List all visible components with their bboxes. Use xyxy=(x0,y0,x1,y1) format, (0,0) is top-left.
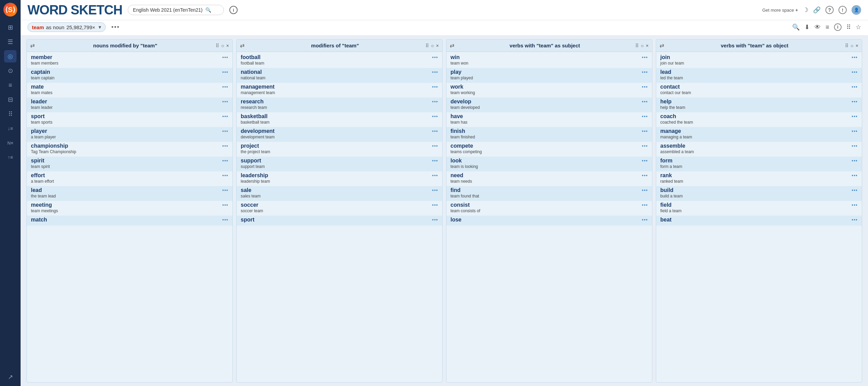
item-menu[interactable]: ••• xyxy=(432,158,438,163)
item-word[interactable]: finish xyxy=(450,128,465,134)
item-menu[interactable]: ••• xyxy=(432,188,438,193)
item-menu[interactable]: ••• xyxy=(852,173,858,178)
swap-icon-3[interactable]: ⇄ xyxy=(450,42,454,49)
item-menu[interactable]: ••• xyxy=(852,99,858,104)
item-word[interactable]: soccer xyxy=(241,202,259,208)
download-icon[interactable]: ⬇ xyxy=(804,23,810,31)
item-word[interactable]: lead xyxy=(660,69,671,75)
panel-close-icon-3[interactable]: × xyxy=(646,43,649,48)
item-word[interactable]: player xyxy=(31,128,47,134)
item-word[interactable]: build xyxy=(660,187,673,193)
word-badge-dropdown[interactable]: ▾ xyxy=(99,24,101,30)
item-menu[interactable]: ••• xyxy=(852,55,858,60)
sidebar-item-wordlist[interactable]: N≡ xyxy=(4,137,16,149)
item-menu[interactable]: ••• xyxy=(222,99,228,104)
item-word[interactable]: development xyxy=(241,128,275,134)
view-icon[interactable]: 👁 xyxy=(814,24,821,31)
sidebar-item-list[interactable]: ☰ xyxy=(4,36,16,48)
item-word[interactable]: join xyxy=(660,54,670,60)
panel-grid-icon-1[interactable]: ⠿ xyxy=(216,43,219,48)
item-word[interactable]: assemble xyxy=(660,143,685,149)
item-word[interactable]: help xyxy=(660,99,672,105)
item-menu[interactable]: ••• xyxy=(432,202,438,208)
item-word[interactable]: project xyxy=(241,143,259,149)
item-word[interactable]: form xyxy=(660,158,673,164)
panel-search-icon-2[interactable]: ○ xyxy=(431,43,434,48)
item-word[interactable]: leader xyxy=(31,99,47,105)
item-menu[interactable]: ••• xyxy=(222,84,228,90)
item-word[interactable]: spirit xyxy=(31,158,44,164)
user-avatar[interactable]: 👤 xyxy=(852,5,861,15)
panel-close-icon-4[interactable]: × xyxy=(856,43,858,48)
item-menu[interactable]: ••• xyxy=(852,143,858,149)
item-menu[interactable]: ••• xyxy=(642,143,648,149)
item-menu[interactable]: ••• xyxy=(222,69,228,75)
sidebar-item-frequency[interactable]: ↓≡ xyxy=(4,122,16,135)
filter-icon[interactable]: ≡ xyxy=(825,24,829,31)
item-word[interactable]: leadership xyxy=(241,172,268,179)
item-menu[interactable]: ••• xyxy=(642,55,648,60)
item-menu[interactable]: ••• xyxy=(222,114,228,119)
item-menu[interactable]: ••• xyxy=(222,55,228,60)
panel-close-icon-2[interactable]: × xyxy=(436,43,439,48)
item-menu[interactable]: ••• xyxy=(432,69,438,75)
panel-grid-icon-3[interactable]: ⠿ xyxy=(635,43,639,48)
item-menu[interactable]: ••• xyxy=(852,217,858,223)
item-word[interactable]: look xyxy=(450,158,462,164)
item-menu[interactable]: ••• xyxy=(642,84,648,90)
item-menu[interactable]: ••• xyxy=(222,158,228,163)
info-icon[interactable]: i xyxy=(834,23,842,31)
item-menu[interactable]: ••• xyxy=(852,202,858,208)
item-menu[interactable]: ••• xyxy=(642,114,648,119)
app-logo[interactable]: ⟨S⟩ xyxy=(3,3,17,16)
item-word[interactable]: play xyxy=(450,69,461,75)
item-word[interactable]: research xyxy=(241,99,264,105)
item-word[interactable]: find xyxy=(450,187,460,193)
sidebar-item-keywords[interactable]: ↑≡ xyxy=(4,151,16,163)
item-word[interactable]: need xyxy=(450,172,463,179)
item-word[interactable]: national xyxy=(241,69,262,75)
item-word[interactable]: rank xyxy=(660,172,672,179)
item-menu[interactable]: ••• xyxy=(852,114,858,119)
panel-search-icon-4[interactable]: ○ xyxy=(850,43,853,48)
item-word[interactable]: sport xyxy=(31,113,45,120)
bookmark-icon[interactable]: ☆ xyxy=(856,23,861,31)
zoom-icon[interactable]: 🔍 xyxy=(792,23,800,31)
link-icon[interactable]: 🔗 xyxy=(813,6,821,14)
item-word[interactable]: management xyxy=(241,84,275,90)
search-icon[interactable]: 🔍 xyxy=(205,7,211,13)
item-menu[interactable]: ••• xyxy=(642,173,648,178)
corpus-search[interactable]: English Web 2021 (enTenTen21) 🔍 xyxy=(128,5,224,15)
item-word[interactable]: beat xyxy=(660,217,672,223)
item-menu[interactable]: ••• xyxy=(642,128,648,134)
item-menu[interactable]: ••• xyxy=(642,217,648,223)
item-word[interactable]: meeting xyxy=(31,202,52,208)
item-menu[interactable]: ••• xyxy=(432,143,438,149)
item-menu[interactable]: ••• xyxy=(222,128,228,134)
help-icon[interactable]: ? xyxy=(825,6,834,14)
sidebar-item-concordance[interactable]: ◎ xyxy=(4,50,16,63)
item-word[interactable]: have xyxy=(450,113,463,120)
corpus-info-icon[interactable]: i xyxy=(229,6,238,14)
item-menu[interactable]: ••• xyxy=(852,69,858,75)
item-menu[interactable]: ••• xyxy=(642,202,648,208)
item-word[interactable]: consist xyxy=(450,202,470,208)
panel-grid-icon-2[interactable]: ⠿ xyxy=(425,43,429,48)
dark-mode-icon[interactable]: ☽ xyxy=(803,6,808,14)
swap-icon-4[interactable]: ⇄ xyxy=(660,42,664,49)
sidebar-item-trends[interactable]: ↗ xyxy=(4,371,16,383)
item-word[interactable]: work xyxy=(450,84,463,90)
panel-search-icon-3[interactable]: ○ xyxy=(641,43,643,48)
notifications-icon[interactable]: ! xyxy=(838,6,847,14)
item-word[interactable]: mate xyxy=(31,84,44,90)
item-word[interactable]: captain xyxy=(31,69,50,75)
item-word[interactable]: win xyxy=(450,54,460,60)
item-menu[interactable]: ••• xyxy=(642,158,648,163)
item-menu[interactable]: ••• xyxy=(222,188,228,193)
item-word[interactable]: football xyxy=(241,54,261,60)
item-word[interactable]: effort xyxy=(31,172,45,179)
sidebar-item-dashboard[interactable]: ⊞ xyxy=(4,21,16,34)
item-word[interactable]: member xyxy=(31,54,52,60)
item-word[interactable]: manage xyxy=(660,128,681,134)
item-menu[interactable]: ••• xyxy=(432,99,438,104)
